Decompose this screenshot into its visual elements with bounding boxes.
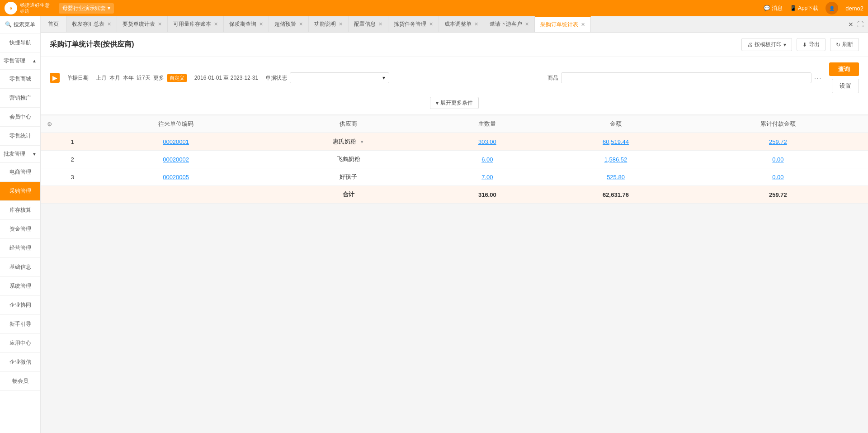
tab-close-function[interactable]: ✕ xyxy=(339,21,343,27)
query-actions: 查询 设置 xyxy=(829,62,859,93)
sidebar-item-wholesale[interactable]: 批发管理 ▼ xyxy=(0,146,40,163)
row1-amount-link[interactable]: 60,519.44 xyxy=(603,138,629,145)
sidebar-item-retail-mgmt[interactable]: 零售管理 ▲ xyxy=(0,52,40,70)
tab-close-expiry[interactable]: ✕ xyxy=(259,21,263,27)
expand-conditions-btn[interactable]: ▾ 展开更多条件 xyxy=(430,97,479,109)
tab-close-config[interactable]: ✕ xyxy=(378,21,382,27)
tab-available-inventory[interactable]: 可用量库存账本 ✕ xyxy=(168,16,224,33)
row3-unit-code-link[interactable]: 00020005 xyxy=(163,174,189,181)
row2-unit-code-link[interactable]: 00020002 xyxy=(163,156,189,163)
date-range-display: 2016-01-01 至 2023-12-31 xyxy=(194,74,258,82)
workspace-select[interactable]: 母婴行业演示账套 ▾ xyxy=(59,3,114,14)
column-settings-icon[interactable]: ⚙ xyxy=(47,121,52,128)
sidebar-item-system[interactable]: 系统管理 xyxy=(0,277,40,296)
col-header-settings: ⚙ xyxy=(41,115,59,133)
tab-close-invite[interactable]: ✕ xyxy=(525,21,529,27)
shortcut-this-year[interactable]: 本年 xyxy=(123,74,134,82)
status-select[interactable]: ▾ xyxy=(290,72,389,83)
sidebar-item-app-center[interactable]: 应用中心 xyxy=(0,334,40,353)
workspace-area: 母婴行业演示账套 ▾ xyxy=(50,3,764,14)
row3-qty-link[interactable]: 7.00 xyxy=(481,174,493,181)
row2-paid-link[interactable]: 0.00 xyxy=(772,156,783,163)
print-btn[interactable]: 🖨 按模板打印 ▾ xyxy=(741,38,792,51)
row1-supplier: 惠氏奶粉 ▼ xyxy=(266,133,431,151)
data-table: ⚙ 往来单位编码 供应商 主数量 金额 累计付款金额 xyxy=(41,115,868,204)
tab-close-overstock[interactable]: ✕ xyxy=(299,21,303,27)
tab-demand-summary[interactable]: 要货单统计表 ✕ xyxy=(117,16,168,33)
tab-purchase-summary[interactable]: 采购订单统计表 ✕ xyxy=(535,16,591,33)
filter-toggle-btn[interactable]: ▶ xyxy=(50,73,60,83)
tab-expiry-query[interactable]: 保质期查询 ✕ xyxy=(224,16,269,33)
tab-picking-task[interactable]: 拣货任务管理 ✕ xyxy=(388,16,439,33)
shortcut-this-month[interactable]: 本月 xyxy=(109,74,120,82)
tab-close-all-icon[interactable]: ✕ xyxy=(848,21,854,28)
sidebar-item-retail-stat[interactable]: 零售统计 xyxy=(0,127,40,146)
tab-overstock[interactable]: 超储预警 ✕ xyxy=(269,16,309,33)
sidebar-item-operations[interactable]: 经营管理 xyxy=(0,239,40,258)
tab-close-demand[interactable]: ✕ xyxy=(158,21,162,27)
custom-date-badge[interactable]: 自定义 xyxy=(167,74,187,82)
row1-expand-icon[interactable]: ▼ xyxy=(360,139,364,144)
tab-expand-icon[interactable]: ⛶ xyxy=(857,21,863,28)
tab-close-picking[interactable]: ✕ xyxy=(429,21,433,27)
footer-index xyxy=(59,186,86,204)
more-options-icon[interactable]: ··· xyxy=(814,75,822,81)
app-download-btn[interactable]: 📱 App下载 xyxy=(790,5,818,12)
sidebar-item-enterprise-wx[interactable]: 企业微信 xyxy=(0,353,40,372)
tab-close-cost[interactable]: ✕ xyxy=(474,21,478,27)
message-btn[interactable]: 💬 消息 xyxy=(764,5,783,12)
row3-index: 3 xyxy=(59,168,86,186)
table-area: ⚙ 往来单位编码 供应商 主数量 金额 累计付款金额 xyxy=(41,115,868,204)
sidebar-item-finance[interactable]: 资金管理 xyxy=(0,220,40,239)
tab-home[interactable]: 首页 xyxy=(41,16,66,33)
tab-function-desc[interactable]: 功能说明 ✕ xyxy=(309,16,349,33)
sidebar-item-inventory[interactable]: 库存核算 xyxy=(0,201,40,220)
sidebar-item-basic-info[interactable]: 基础信息 xyxy=(0,258,40,277)
sidebar-item-newbie[interactable]: 新手引导 xyxy=(0,315,40,334)
main-layout: 🔍 搜索菜单 快捷导航 零售管理 ▲ 零售商城 营销推广 会员中心 零售统计 xyxy=(0,16,868,433)
shortcut-more[interactable]: 更多 xyxy=(153,74,164,82)
username-label[interactable]: demo2 xyxy=(845,5,863,12)
tab-close-inventory[interactable]: ✕ xyxy=(214,21,218,27)
search-icon: 🔍 xyxy=(5,21,12,28)
row1-paid-link[interactable]: 259.72 xyxy=(769,138,787,145)
row2-amount-link[interactable]: 1,586.52 xyxy=(604,156,627,163)
tab-close-purchase[interactable]: ✕ xyxy=(581,22,585,28)
col-header-unit-code: 往来单位编码 xyxy=(86,115,266,133)
sidebar-item-retail-store[interactable]: 零售商城 xyxy=(0,70,40,89)
export-btn[interactable]: ⬇ 导出 xyxy=(797,38,826,51)
sidebar-item-ecommerce[interactable]: 电商管理 xyxy=(0,163,40,182)
tab-invite-downstream[interactable]: 邀请下游客户 ✕ xyxy=(484,16,535,33)
sidebar-item-quick-nav[interactable]: 快捷导航 xyxy=(0,33,40,52)
tab-cost-adjust[interactable]: 成本调整单 ✕ xyxy=(439,16,484,33)
row1-unit-code-link[interactable]: 00020001 xyxy=(163,138,189,145)
goods-input[interactable] xyxy=(561,72,812,83)
sidebar-item-search[interactable]: 🔍 搜索菜单 xyxy=(0,16,40,33)
tab-config-info[interactable]: 配置信息 ✕ xyxy=(349,16,388,33)
settings-btn[interactable]: 设置 xyxy=(832,79,859,93)
col-header-main-qty: 主数量 xyxy=(431,115,543,133)
footer-label-text: 合计 xyxy=(266,186,431,204)
refresh-btn[interactable]: ↻ 刷新 xyxy=(830,38,859,51)
shortcut-last-month[interactable]: 上月 xyxy=(96,74,107,82)
tab-receive-summary[interactable]: 收发存汇总表 ✕ xyxy=(66,16,117,33)
sidebar-item-marketing[interactable]: 营销推广 xyxy=(0,89,40,108)
sidebar-item-member2[interactable]: 畅会员 xyxy=(0,372,40,391)
row3-amount-link[interactable]: 525.80 xyxy=(607,174,625,181)
shortcut-7days[interactable]: 近7天 xyxy=(137,74,151,82)
sidebar-item-enterprise[interactable]: 企业协同 xyxy=(0,296,40,315)
logo-icon: 6 xyxy=(5,2,17,14)
date-shortcuts: 上月 本月 本年 近7天 更多 自定义 xyxy=(96,74,187,82)
goods-label: 商品 xyxy=(547,74,558,82)
user-avatar[interactable]: 👤 xyxy=(826,2,838,14)
row2-qty-link[interactable]: 6.00 xyxy=(481,156,493,163)
row1-settings xyxy=(41,133,59,151)
row1-qty-link[interactable]: 303.00 xyxy=(478,138,496,145)
row3-paid-link[interactable]: 0.00 xyxy=(772,174,783,181)
sidebar-item-purchase[interactable]: 采购管理 xyxy=(0,182,40,201)
table-row: 1 00020001 惠氏奶粉 ▼ 303.00 xyxy=(41,133,868,151)
filter-area: ▶ 单据日期 上月 本月 本年 近7天 更多 自定义 2016-01-01 至 … xyxy=(41,57,868,115)
query-btn[interactable]: 查询 xyxy=(829,62,859,76)
sidebar-item-member[interactable]: 会员中心 xyxy=(0,108,40,127)
tab-close-receive[interactable]: ✕ xyxy=(107,21,111,27)
